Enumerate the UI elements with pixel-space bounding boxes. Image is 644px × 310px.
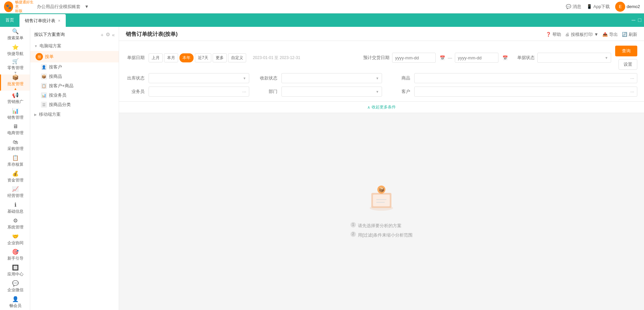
delivery-status-arrow-icon: ▼ (243, 76, 246, 80)
customer-label: 客户 (391, 89, 410, 95)
refresh-button[interactable]: 🔄 刷新 (622, 32, 637, 38)
collapse-panel-button[interactable]: « (112, 32, 115, 38)
help-icon: ❓ (546, 32, 551, 37)
person-icon: 👤 (41, 64, 47, 70)
sidebar-item-wechat[interactable]: 💬 企业微信 (0, 279, 30, 295)
date-label: 单据日期 (126, 55, 145, 61)
tab-close-icon[interactable]: × (58, 18, 60, 23)
settings-scheme-button[interactable]: ⚙ (106, 32, 110, 38)
logo-area: 🐾 畅捷通好生意 标版 (4, 0, 34, 13)
goods-ellipsis-icon[interactable]: ··· (630, 75, 634, 81)
tree-section-mobile[interactable]: ▶ 移动端方案 (30, 109, 119, 119)
user-avatar[interactable]: E demo2 (615, 2, 640, 12)
sidebar-item-finance[interactable]: 💰 资金管理 (0, 169, 30, 185)
sidebar-item-ecommerce[interactable]: 🖥 电商管理 (0, 122, 30, 138)
expected-date-end-input[interactable] (455, 53, 498, 63)
scheme-item-by-salesman[interactable]: 📊 按业务员 (30, 91, 119, 100)
payment-status-arrow-icon: ▼ (376, 76, 379, 80)
sidebar-item-sales[interactable]: 📊 销售管理 (0, 106, 30, 122)
date-btn-last-7days[interactable]: 近7天 (195, 53, 211, 62)
scheme-item-by-customer-goods[interactable]: 📋 按客户+商品 (30, 81, 119, 91)
message-icon: 💬 (566, 4, 571, 9)
date-btn-custom[interactable]: 自定义 (228, 53, 246, 62)
date-btn-this-month[interactable]: 本月 (164, 53, 178, 62)
sidebar-item-basic[interactable]: ℹ 基础信息 (0, 200, 30, 216)
sidebar-item-quick[interactable]: ⭐ 快捷导航 (0, 43, 30, 58)
sidebar-item-apps[interactable]: 🔲 应用中心 (0, 263, 30, 279)
member-icon: 👤 (12, 296, 19, 302)
apps-icon: 🔲 (12, 264, 19, 271)
search-btn-area: 查询 设置 (615, 46, 637, 70)
setting-button[interactable]: 设置 (619, 59, 637, 70)
payment-status-dropdown[interactable]: ▼ (281, 73, 382, 83)
page-header: 销售订单统计表(按单) ❓ 帮助 🖨 按模板打印 ▼ 📤 导出 (119, 27, 644, 41)
calendar-start-icon[interactable]: 📅 (440, 55, 445, 60)
delivery-status-label: 出库状态 (126, 75, 145, 81)
finance-icon: 💰 (12, 170, 19, 177)
date-btn-more[interactable]: 更多 (213, 53, 227, 62)
tab-maximize-button[interactable]: □ (638, 17, 641, 23)
top-bar-right: 💬 消息 📱 App下载 E demo2 (566, 2, 640, 12)
customer-dropdown[interactable]: ··· (414, 87, 637, 97)
left-panel-header: 按以下方案查询 + ⚙ « (30, 30, 119, 39)
department-dropdown[interactable]: ▼ (281, 87, 382, 97)
app-dropdown-icon[interactable]: ▼ (85, 4, 89, 9)
newbie-icon: 🎯 (12, 249, 19, 255)
salesman-ellipsis-icon[interactable]: ··· (242, 89, 246, 94)
main-layout: 🔍 搜索菜单 ⭐ 快捷导航 🛒 零售管理 ▼ 📦 批发管理 ▲ 📢 营销推广 📊… (0, 27, 644, 310)
tab-bar-right: ─ □ (632, 17, 644, 23)
export-button[interactable]: 📤 导出 (602, 32, 618, 38)
sidebar-item-enterprise[interactable]: 🤝 企业协同 (0, 231, 30, 247)
print-button[interactable]: 🖨 按模板打印 ▼ (565, 32, 598, 38)
customer-goods-icon: 📋 (41, 83, 47, 89)
app-download-button[interactable]: 📱 App下载 (587, 4, 610, 10)
left-panel: 按以下方案查询 + ⚙ « ▼ 电脑端方案 按 按单 👤 按客户 (30, 27, 119, 310)
ecommerce-icon: 🖥 (13, 123, 18, 130)
customer-ellipsis-icon[interactable]: ··· (630, 89, 634, 94)
doc-status-dropdown[interactable]: ▼ (537, 53, 611, 63)
app-title: 办公用品行业模拟账套 (37, 4, 80, 10)
tab-home[interactable]: 首页 (0, 13, 19, 27)
sidebar-item-member[interactable]: 👤 畅会员 (0, 294, 30, 310)
collapse-bar[interactable]: ∧ 收起更多条件 (119, 102, 644, 113)
department-arrow-icon: ▼ (376, 90, 379, 94)
scheme-item-by-category[interactable]: ☰ 按商品分类 (30, 100, 119, 109)
logo-text: 畅捷通好生意 标版 (15, 0, 34, 13)
search-button[interactable]: 查询 (615, 46, 637, 56)
empty-tips: 1 请先选择要分析的方案 2 用[过滤]条件来缩小分析范围 (351, 222, 413, 239)
scheme-item-by-order[interactable]: 按 按单 (30, 51, 119, 62)
salesman-icon: 📊 (41, 92, 47, 98)
date-btn-this-year[interactable]: 本年 (179, 53, 194, 62)
tab-sales-stats[interactable]: 销售订单统计表 × (19, 14, 66, 28)
sidebar-item-marketing[interactable]: 📢 营销推广 (0, 91, 30, 106)
sidebar-item-wholesale[interactable]: 📦 批发管理 ▲ (0, 74, 30, 91)
goods-dropdown[interactable]: ··· (414, 73, 637, 83)
scheme-item-by-customer[interactable]: 👤 按客户 (30, 62, 119, 72)
sidebar-item-inventory[interactable]: 📋 库存核算 (0, 153, 30, 169)
marketing-icon: 📢 (12, 92, 19, 98)
add-scheme-button[interactable]: + (101, 32, 104, 38)
sidebar-item-search[interactable]: 🔍 搜索菜单 (0, 27, 30, 43)
filter-row-3: 业务员 ··· 部门 ▼ 客户 ··· (126, 87, 637, 97)
help-button[interactable]: ❓ 帮助 (546, 32, 561, 38)
star-icon: ⭐ (12, 44, 19, 50)
sidebar-item-operations[interactable]: 📈 经营管理 (0, 185, 30, 200)
sidebar-item-purchase[interactable]: 🛍 采购管理 (0, 138, 30, 153)
svg-rect-2 (373, 195, 390, 206)
sidebar-item-newbie[interactable]: 🎯 新手引导 (0, 247, 30, 263)
sidebar-item-system[interactable]: ⚙ 系统管理 (0, 216, 30, 232)
tab-minimize-button[interactable]: ─ (632, 17, 635, 23)
tree-section-pc[interactable]: ▼ 电脑端方案 (30, 41, 119, 51)
inventory-icon: 📋 (12, 155, 19, 161)
scheme-item-by-goods[interactable]: 📦 按商品 (30, 72, 119, 81)
page-title: 销售订单统计表(按单) (126, 31, 178, 38)
sidebar-item-retail[interactable]: 🛒 零售管理 ▼ (0, 58, 30, 74)
print-dropdown-icon: ▼ (594, 32, 598, 37)
message-button[interactable]: 💬 消息 (566, 4, 581, 10)
calendar-end-icon[interactable]: 📅 (502, 55, 508, 60)
search-icon: 🔍 (12, 28, 19, 35)
salesman-dropdown[interactable]: ··· (149, 87, 249, 97)
expected-date-start-input[interactable] (392, 53, 436, 63)
date-btn-last-month[interactable]: 上月 (149, 53, 163, 62)
delivery-status-dropdown[interactable]: ▼ (149, 73, 249, 83)
